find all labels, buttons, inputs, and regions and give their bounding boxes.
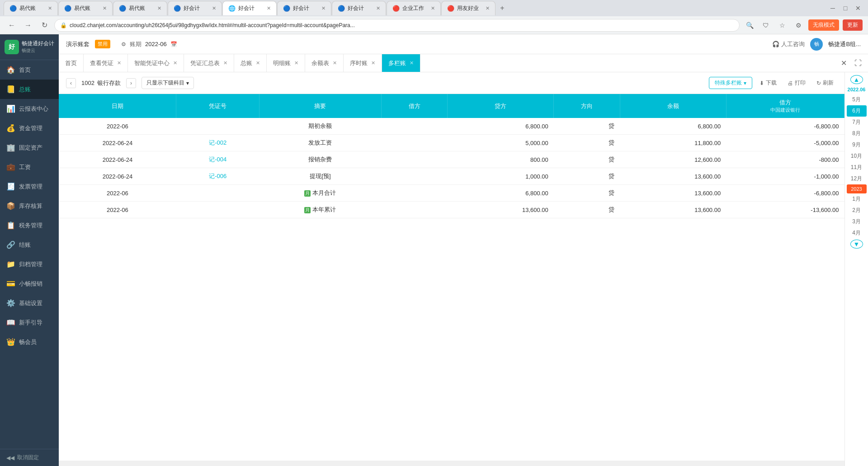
tab-8[interactable]: 🔴 企业工作 ✕	[387, 1, 441, 15]
calendar-scroll-down[interactable]: ▼	[850, 240, 863, 249]
page-tab-general-ledger[interactable]: 总账 ✕	[234, 54, 267, 72]
cell-voucher[interactable]: 记-006	[176, 168, 259, 185]
sidebar-item-expense[interactable]: 💳 小畅报销	[0, 274, 59, 293]
print-button[interactable]: 🖨 打印	[784, 77, 809, 89]
sidebar-item-reports[interactable]: 📊 云报表中心	[0, 99, 59, 118]
cal-month-2023-1[interactable]: 1月	[847, 193, 867, 205]
cal-month-6[interactable]: 6月	[847, 105, 867, 117]
page-tab-multi-column-close[interactable]: ✕	[410, 60, 414, 66]
calendar-scroll-up[interactable]: ▲	[850, 75, 863, 84]
page-tab-voucher[interactable]: 查看凭证 ✕	[84, 54, 128, 72]
tab-close-1[interactable]: ✕	[48, 5, 52, 11]
sidebar-item-assets[interactable]: 🏢 固定资产	[0, 138, 59, 157]
cal-year-2023-badge[interactable]: 2023	[847, 184, 867, 193]
sidebar-item-salary[interactable]: 💼 工资	[0, 157, 59, 177]
filter-dropdown[interactable]: 只显示下级科目 ▾	[142, 77, 194, 89]
cal-month-9[interactable]: 9月	[847, 139, 867, 151]
horizontal-scrollbar[interactable]	[59, 461, 844, 466]
tab-close-7[interactable]: ✕	[376, 5, 380, 11]
calendar-icon[interactable]: 📅	[170, 41, 177, 47]
tab-close-5[interactable]: ✕	[267, 5, 271, 11]
tab-5[interactable]: 🌐 好会计 ✕	[222, 1, 277, 15]
cal-month-2023-2[interactable]: 2月	[847, 205, 867, 216]
sidebar-item-invoice[interactable]: 🧾 发票管理	[0, 177, 59, 196]
page-tab-multi-column[interactable]: 多栏账 ✕	[382, 54, 420, 72]
tab-2[interactable]: 🔵 易代账 ✕	[58, 1, 113, 15]
new-tab-button[interactable]: +	[496, 2, 509, 14]
sidebar-item-settings[interactable]: ⚙️ 基础设置	[0, 293, 59, 313]
tab-1[interactable]: 🔵 易代账 ✕	[4, 1, 58, 15]
maximize-button[interactable]: □	[839, 2, 852, 14]
tab-close-9[interactable]: ✕	[486, 5, 490, 11]
sidebar-item-tax[interactable]: 📋 税务管理	[0, 216, 59, 235]
tab-close-6[interactable]: ✕	[321, 5, 326, 11]
forward-button[interactable]: →	[22, 19, 34, 32]
page-tab-general-ledger-close[interactable]: ✕	[256, 60, 260, 66]
page-tab-smart-voucher[interactable]: 智能凭证中心 ✕	[128, 54, 184, 72]
next-account-button[interactable]: ›	[126, 78, 136, 88]
close-button[interactable]: ✕	[852, 2, 864, 14]
page-tab-sequential[interactable]: 序时账 ✕	[344, 54, 382, 72]
tab-close-8[interactable]: ✕	[431, 5, 435, 11]
tax-icon: 📋	[6, 221, 15, 230]
page-tab-balance-close[interactable]: ✕	[333, 60, 337, 66]
special-multi-column-button[interactable]: 特殊多栏账 ▾	[709, 77, 752, 89]
tab-expand-button[interactable]: ⛶	[852, 57, 864, 70]
page-tab-detail-ledger-close[interactable]: ✕	[294, 60, 298, 66]
sidebar-item-member[interactable]: 👑 畅会员	[0, 332, 59, 352]
cell-voucher[interactable]: 记-004	[176, 151, 259, 168]
security-icon[interactable]: 🛡	[760, 19, 772, 32]
tab-7[interactable]: 🔵 好会计 ✕	[332, 1, 386, 15]
sidebar-item-archive[interactable]: 📁 归档管理	[0, 254, 59, 274]
prev-account-button[interactable]: ‹	[66, 78, 76, 88]
tab-close-2[interactable]: ✕	[103, 5, 107, 11]
tab-close-panel-button[interactable]: ✕	[837, 57, 850, 70]
tab-3[interactable]: 🔵 易代账 ✕	[113, 1, 167, 15]
gear-icon[interactable]: ⚙	[121, 41, 126, 47]
sidebar-pin-toggle[interactable]: ◀◀ 取消固定	[0, 449, 59, 466]
page-tab-voucher-summary[interactable]: 凭证汇总表 ✕	[184, 54, 234, 72]
back-button[interactable]: ←	[5, 19, 18, 32]
cell-voucher[interactable]: 记-002	[176, 135, 259, 151]
cal-month-2023-3[interactable]: 3月	[847, 216, 867, 227]
tab-close-3[interactable]: ✕	[157, 5, 161, 11]
page-tab-voucher-close[interactable]: ✕	[117, 60, 121, 66]
search-icon[interactable]: 🔍	[743, 19, 756, 32]
cal-month-12[interactable]: 12月	[847, 173, 867, 184]
cal-month-10[interactable]: 10月	[847, 151, 867, 162]
page-tab-smart-voucher-close[interactable]: ✕	[173, 60, 177, 66]
cal-month-7[interactable]: 7月	[847, 117, 867, 128]
sidebar-item-home[interactable]: 🏠 首页	[0, 60, 59, 80]
sidebar-item-ledger[interactable]: 📒 总账	[0, 80, 59, 99]
refresh-ledger-button[interactable]: ↻ 刷新	[813, 77, 837, 89]
wumojishi-button[interactable]: 无痕模式	[808, 19, 839, 31]
cal-month-5[interactable]: 5月	[847, 94, 867, 105]
tab-close-4[interactable]: ✕	[212, 5, 216, 11]
url-bar[interactable]: 🔒 cloud2.chanjet.com/accounting/uh26t264…	[54, 19, 740, 32]
page-tab-sequential-close[interactable]: ✕	[371, 60, 375, 66]
refresh-browser-button[interactable]: ↻	[38, 19, 51, 32]
tab-4[interactable]: 🔵 好会计 ✕	[168, 1, 222, 15]
cell-date: 2022-06	[59, 185, 176, 202]
cal-month-2023-4[interactable]: 4月	[847, 227, 867, 239]
sidebar-item-inventory[interactable]: 📦 库存核算	[0, 196, 59, 216]
download-button[interactable]: ⬇ 下载	[756, 77, 780, 89]
extension-icon[interactable]: ⚙	[792, 19, 805, 32]
cal-month-8[interactable]: 8月	[847, 128, 867, 139]
consultation-button[interactable]: 🎧 人工咨询	[772, 40, 805, 48]
minimize-button[interactable]: ─	[826, 2, 839, 14]
sidebar-item-guide[interactable]: 📖 新手引导	[0, 313, 59, 332]
tab-6[interactable]: 🔵 好会计 ✕	[277, 1, 331, 15]
tab-bar: 首页 查看凭证 ✕ 智能凭证中心 ✕ 凭证汇总表 ✕ 总账 ✕ 明细账 ✕	[59, 54, 868, 72]
sidebar-item-close[interactable]: 🔗 结账	[0, 235, 59, 254]
bookmark-icon[interactable]: ☆	[776, 19, 788, 32]
page-tab-home[interactable]: 首页	[59, 54, 84, 72]
page-tab-detail-ledger[interactable]: 明细账 ✕	[267, 54, 305, 72]
gengxin-button[interactable]: 更新	[843, 19, 863, 31]
sidebar-item-funds[interactable]: 💰 资金管理	[0, 118, 59, 138]
cal-month-11[interactable]: 11月	[847, 162, 867, 173]
tab-9[interactable]: 🔴 用友好业 ✕	[441, 1, 495, 15]
page-tab-balance[interactable]: 余额表 ✕	[305, 54, 344, 72]
page-tab-voucher-summary-close[interactable]: ✕	[223, 60, 227, 66]
cell-summary: 发放工资	[259, 135, 382, 151]
